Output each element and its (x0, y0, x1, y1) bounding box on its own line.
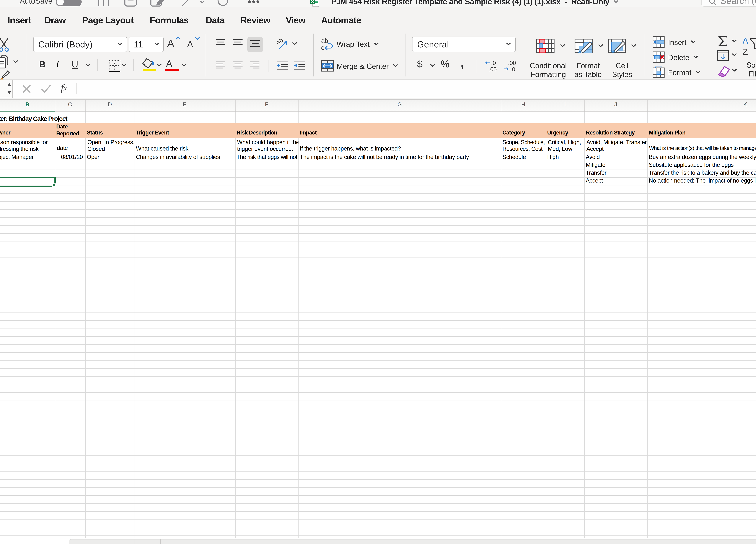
svg-text:A: A (742, 36, 748, 46)
svg-text:ab: ab (276, 37, 284, 46)
svg-text:ab: ab (321, 38, 328, 44)
svg-text:Z: Z (742, 47, 748, 57)
svg-text:.0: .0 (491, 60, 496, 66)
svg-text:c: c (321, 44, 324, 51)
svg-text:.00: .00 (489, 66, 497, 72)
